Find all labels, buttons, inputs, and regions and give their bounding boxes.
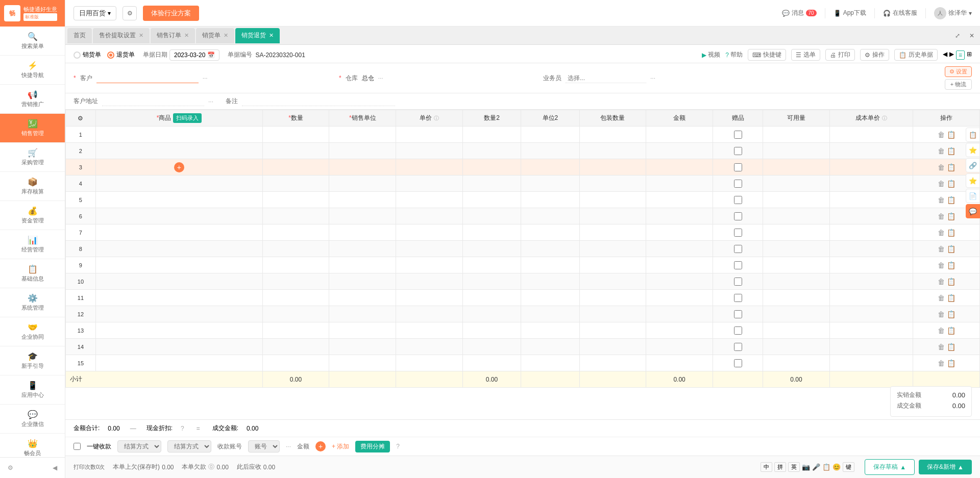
gift-checkbox[interactable] xyxy=(734,212,742,220)
help-btn[interactable]: ? 帮助 xyxy=(725,51,743,59)
pack-qty-cell[interactable] xyxy=(579,339,646,355)
qty2-cell[interactable] xyxy=(462,127,521,143)
unit-cell[interactable] xyxy=(329,339,396,355)
quick-btn-1[interactable]: 📋 xyxy=(966,128,980,142)
quick-btn-4[interactable]: ⭐ xyxy=(966,173,980,188)
topbar-gear-btn[interactable]: ⚙ xyxy=(122,6,137,20)
gift-checkbox[interactable] xyxy=(734,147,742,155)
qty-cell[interactable] xyxy=(262,175,329,192)
scan-btn[interactable]: 扫码录入 xyxy=(173,113,202,123)
cost-price-cell[interactable] xyxy=(829,241,913,257)
online-service-btn[interactable]: 🎧 在线客服 xyxy=(883,9,917,17)
gift-checkbox[interactable] xyxy=(734,229,742,237)
sidebar-item-member[interactable]: 👑畅会员 xyxy=(0,434,65,457)
qty-cell[interactable] xyxy=(262,355,329,371)
unit-cell[interactable] xyxy=(329,159,396,175)
sidebar-item-system[interactable]: ⚙️系统管理 xyxy=(0,288,65,317)
price-cell[interactable] xyxy=(396,208,463,224)
qty-cell[interactable] xyxy=(262,127,329,143)
available-cell[interactable] xyxy=(763,192,830,208)
product-cell[interactable] xyxy=(95,143,262,159)
qty2-cell[interactable] xyxy=(462,339,521,355)
product-cell[interactable] xyxy=(95,208,262,224)
available-cell[interactable] xyxy=(763,241,830,257)
sidebar-item-search[interactable]: 🔍搜索菜单 xyxy=(0,27,65,56)
tab-sales-return[interactable]: 销货退货✕ xyxy=(235,28,280,43)
qty-cell[interactable] xyxy=(262,306,329,322)
close-all-icon[interactable]: ✕ xyxy=(966,30,978,42)
unit2-cell[interactable] xyxy=(521,159,579,175)
qty2-cell[interactable] xyxy=(462,273,521,290)
video-btn[interactable]: ▶ 视频 xyxy=(702,51,720,59)
product-cell[interactable] xyxy=(95,127,262,143)
expand-icon[interactable]: ⤢ xyxy=(951,30,964,42)
available-cell[interactable] xyxy=(763,355,830,371)
pack-qty-cell[interactable] xyxy=(579,241,646,257)
unit2-cell[interactable] xyxy=(521,306,579,322)
available-cell[interactable] xyxy=(763,306,830,322)
unit-cell[interactable] xyxy=(329,241,396,257)
qty2-cell[interactable] xyxy=(462,159,521,175)
copy-row-icon[interactable]: 📋 xyxy=(947,310,955,318)
account-dropdown[interactable]: 账号 xyxy=(248,440,280,452)
price-cell[interactable] xyxy=(396,257,463,273)
quick-btn-5[interactable]: 📄 xyxy=(966,189,980,203)
copy-row-icon[interactable]: 📋 xyxy=(947,212,955,220)
qty-cell[interactable] xyxy=(262,224,329,241)
sidebar-item-sales[interactable]: 💹销售管理 xyxy=(0,114,65,143)
unit2-cell[interactable] xyxy=(521,143,579,159)
quick-btn-6[interactable]: 💬 xyxy=(966,204,980,218)
product-cell[interactable] xyxy=(95,306,262,322)
address-input[interactable] xyxy=(102,96,204,106)
sidebar-item-purchase[interactable]: 🛒采购管理 xyxy=(0,143,65,172)
price-cell[interactable] xyxy=(396,143,463,159)
sidebar-item-inventory[interactable]: 📦库存核算 xyxy=(0,172,65,201)
delete-row-icon[interactable]: 🗑 xyxy=(938,326,945,335)
gift-checkbox[interactable] xyxy=(734,131,742,139)
gift-checkbox[interactable] xyxy=(734,261,742,269)
cost-price-cell[interactable] xyxy=(829,159,913,175)
gift-checkbox[interactable] xyxy=(734,196,742,204)
unit2-cell[interactable] xyxy=(521,322,579,339)
gift-checkbox[interactable] xyxy=(734,294,742,302)
price-cell[interactable] xyxy=(396,159,463,175)
price-cell[interactable] xyxy=(396,306,463,322)
pack-qty-cell[interactable] xyxy=(579,257,646,273)
delete-row-icon[interactable]: 🗑 xyxy=(938,261,945,269)
product-cell[interactable] xyxy=(95,339,262,355)
tab-close-sales-delivery[interactable]: ✕ xyxy=(224,32,228,39)
copy-row-icon[interactable]: 📋 xyxy=(947,261,955,269)
amount-cell[interactable] xyxy=(646,355,713,371)
pack-qty-cell[interactable] xyxy=(579,290,646,306)
unit-cell[interactable] xyxy=(329,290,396,306)
experience-btn[interactable]: 体验行业方案 xyxy=(143,6,199,21)
cost-price-cell[interactable] xyxy=(829,143,913,159)
copy-row-icon[interactable]: 📋 xyxy=(947,359,955,367)
clipboard-btn[interactable]: 📋 xyxy=(822,463,830,471)
radio-return[interactable]: 退货单 xyxy=(107,51,135,59)
app-download-btn[interactable]: 📱 App下载 xyxy=(834,9,866,17)
keyboard-toggle[interactable]: 键 xyxy=(843,462,854,472)
price-cell[interactable] xyxy=(396,339,463,355)
quick-btn-2[interactable]: ⭐ xyxy=(966,143,980,157)
price-cell[interactable] xyxy=(396,127,463,143)
sidebar-item-enterprise[interactable]: 🤝企业协同 xyxy=(0,317,65,346)
qty-cell[interactable] xyxy=(262,322,329,339)
unit2-cell[interactable] xyxy=(521,208,579,224)
customer-input[interactable] xyxy=(96,73,199,83)
prev-icon[interactable]: ◀ xyxy=(943,51,947,60)
qty-cell[interactable] xyxy=(262,143,329,159)
tab-close-price-settings[interactable]: ✕ xyxy=(139,32,143,39)
unit-cell[interactable] xyxy=(329,143,396,159)
product-cell[interactable] xyxy=(95,355,262,371)
shortcut-key-btn[interactable]: ⌨ 快捷键 xyxy=(748,49,786,61)
delete-row-icon[interactable]: 🗑 xyxy=(938,180,945,188)
unit2-cell[interactable] xyxy=(521,192,579,208)
select-doc-btn[interactable]: ☰ 选单 xyxy=(791,49,820,61)
delete-row-icon[interactable]: 🗑 xyxy=(938,294,945,302)
amount-cell[interactable] xyxy=(646,208,713,224)
logistics-btn[interactable]: + 物流 xyxy=(945,79,972,90)
gift-checkbox[interactable] xyxy=(734,163,742,171)
add-row-btn[interactable]: + xyxy=(174,162,184,172)
qty2-cell[interactable] xyxy=(462,175,521,192)
